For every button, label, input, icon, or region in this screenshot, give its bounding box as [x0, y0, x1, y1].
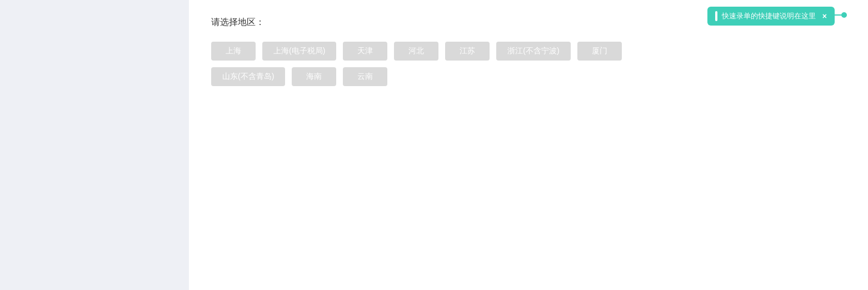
tooltip-banner: 快速录单的快捷键说明在这里 ×: [707, 7, 835, 26]
region-btn-shanghai-etax[interactable]: 上海(电子税局): [262, 42, 336, 61]
region-btn-shandong[interactable]: 山东(不含青岛): [211, 67, 285, 86]
region-btn-shanghai[interactable]: 上海: [211, 42, 256, 61]
tooltip-connector-dot: [841, 12, 847, 18]
main-content: 请选择地区： 上海上海(电子税局)天津河北江苏浙江(不含宁波)厦门 山东(不含青…: [189, 0, 868, 290]
sidebar: [0, 0, 189, 290]
region-btn-tianjin[interactable]: 天津: [343, 42, 387, 61]
region-btn-xiamen[interactable]: 厦门: [577, 42, 622, 61]
tooltip-bar-icon: [715, 11, 717, 21]
region-btn-zhejiang[interactable]: 浙江(不含宁波): [496, 42, 570, 61]
region-btn-jiangsu[interactable]: 江苏: [445, 42, 490, 61]
region-row-1: 上海上海(电子税局)天津河北江苏浙江(不含宁波)厦门: [211, 42, 846, 61]
region-btn-hainan[interactable]: 海南: [292, 67, 336, 86]
region-btn-hebei[interactable]: 河北: [394, 42, 438, 61]
region-btn-yunnan[interactable]: 云南: [343, 67, 387, 86]
tooltip-close-button[interactable]: ×: [822, 12, 827, 20]
region-row-2: 山东(不含青岛)海南云南: [211, 67, 846, 86]
tooltip-text: 快速录单的快捷键说明在这里: [722, 11, 816, 21]
